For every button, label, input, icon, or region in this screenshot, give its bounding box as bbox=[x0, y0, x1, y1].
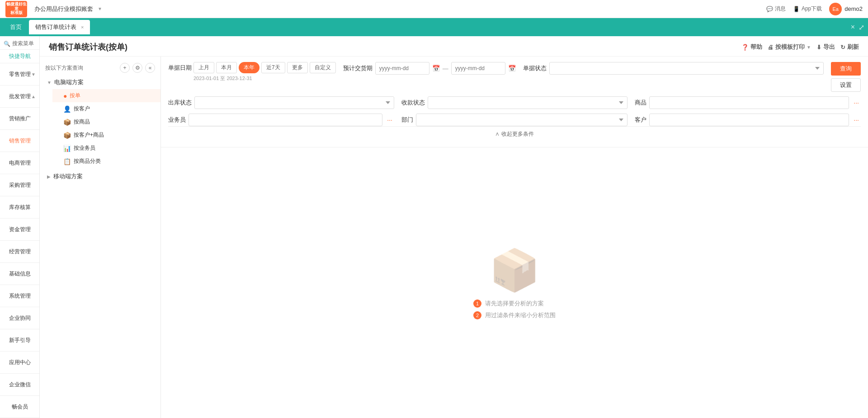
template-print-action[interactable]: 🖨 按模板打印 ▼ bbox=[768, 43, 811, 51]
expected-date-group: 预计交货期 📅 — 📅 bbox=[343, 62, 516, 75]
tab-sales-order-label: 销售订单统计表 bbox=[35, 23, 76, 31]
expected-date-start-input[interactable] bbox=[375, 62, 429, 75]
sidebar-group-retail: 零售管理 ▼ bbox=[0, 63, 39, 86]
sidebar-item-appcenter[interactable]: 应用中心 bbox=[0, 353, 39, 371]
sidebar-item-inventory[interactable]: 库存核算 bbox=[0, 198, 39, 216]
left-panel-title: 按以下方案查询 bbox=[45, 64, 117, 72]
delivery-status-select[interactable] bbox=[194, 96, 394, 109]
hint-1-num: 1 bbox=[473, 299, 481, 308]
sidebar-quick-nav[interactable]: 快捷导航 bbox=[0, 50, 39, 63]
by-customer-icon: 👤 bbox=[63, 105, 71, 113]
sidebar-group-inventory: 库存核算 bbox=[0, 196, 39, 218]
product-input[interactable] bbox=[649, 96, 849, 109]
export-action[interactable]: ⬇ 导出 bbox=[816, 43, 835, 51]
refresh-action[interactable]: ↻ 刷新 bbox=[840, 43, 859, 51]
pc-section-arrow: ▼ bbox=[47, 80, 52, 85]
payment-status-group: 收款状态 bbox=[401, 96, 627, 109]
tree-section-mobile[interactable]: ▶ 移动端方案 bbox=[40, 170, 160, 183]
sidebar-item-ecommerce[interactable]: 电商管理 bbox=[0, 154, 39, 172]
order-status-group: 单据状态 bbox=[523, 62, 824, 75]
sidebar-item-sales[interactable]: 销售管理 bbox=[0, 132, 39, 150]
settings-button[interactable]: 设置 bbox=[831, 78, 861, 92]
product-group: 商品 ··· bbox=[635, 96, 861, 109]
tree-item-by-customer[interactable]: 👤 按客户 bbox=[52, 102, 160, 115]
product-more-icon[interactable]: ··· bbox=[852, 99, 861, 106]
date-btn-this-month[interactable]: 本月 bbox=[216, 62, 237, 73]
mobile-section-label: 移动端方案 bbox=[53, 172, 83, 180]
sidebar-item-purchase[interactable]: 采购管理 bbox=[0, 176, 39, 194]
tree-item-by-goods[interactable]: 📦 按商品 bbox=[52, 115, 160, 128]
delivery-status-group: 出库状态 bbox=[168, 96, 394, 109]
hint-1-text: 请先选择要分析的方案 bbox=[485, 299, 544, 308]
tab-home[interactable]: 首页 bbox=[4, 20, 28, 34]
window-expand-icon[interactable]: ⤢ bbox=[859, 23, 864, 32]
customer-input[interactable] bbox=[649, 114, 849, 126]
tab-bar-actions: × ⤢ bbox=[851, 23, 864, 32]
by-customer-label: 按客户 bbox=[74, 105, 90, 113]
sidebar-group-newbie: 新手引导 bbox=[0, 329, 39, 352]
filter-row-2: 出库状态 收款状态 商品 bbox=[168, 96, 861, 109]
message-action[interactable]: 💬 消息 bbox=[766, 5, 786, 13]
expected-date-end-input[interactable] bbox=[451, 62, 505, 75]
sidebar-item-operations[interactable]: 经营管理 bbox=[0, 242, 39, 261]
search-menu-item[interactable]: 🔍 搜索菜单 bbox=[0, 36, 39, 50]
sidebar-item-finance[interactable]: 资金管理 bbox=[0, 220, 39, 238]
sidebar-item-member[interactable]: 畅会员 bbox=[0, 398, 39, 416]
department-select[interactable] bbox=[416, 114, 627, 126]
sidebar-item-newbie[interactable]: 新手引导 bbox=[0, 331, 39, 349]
date-btn-custom[interactable]: 自定义 bbox=[310, 62, 336, 73]
tree-sub-pc: ● 按单 👤 按客户 📦 按商品 📦 按客户+商品 bbox=[40, 89, 160, 168]
hint-2-num: 2 bbox=[473, 311, 481, 319]
payment-status-select[interactable] bbox=[428, 96, 627, 109]
sidebar-item-appcenter-label: 应用中心 bbox=[9, 359, 31, 366]
date-btn-last-month[interactable]: 上月 bbox=[193, 62, 214, 73]
window-close-icon[interactable]: × bbox=[851, 23, 855, 31]
tree-section-pc[interactable]: ▼ 电脑端方案 bbox=[40, 76, 160, 89]
sidebar-item-wechat[interactable]: 企业微信 bbox=[0, 375, 39, 394]
tree-item-by-customer-goods[interactable]: 📦 按客户+商品 bbox=[52, 128, 160, 142]
query-button[interactable]: 查询 bbox=[831, 62, 861, 76]
date-btn-more[interactable]: 更多 bbox=[287, 62, 308, 73]
sidebar-item-system-label: 系统管理 bbox=[9, 292, 31, 300]
download-label: App下载 bbox=[802, 5, 822, 13]
sidebar-item-system[interactable]: 系统管理 bbox=[0, 287, 39, 305]
sidebar-item-retail[interactable]: 零售管理 ▼ bbox=[0, 65, 39, 83]
help-icon: ❓ bbox=[741, 44, 749, 51]
app-dropdown-arrow[interactable]: ▼ bbox=[98, 6, 102, 11]
calendar-end-icon: 📅 bbox=[508, 65, 516, 72]
tab-sales-order[interactable]: 销售订单统计表 × bbox=[29, 20, 90, 34]
tab-close-icon[interactable]: × bbox=[81, 24, 84, 30]
date-separator: — bbox=[443, 65, 448, 72]
date-btn-last-7-days[interactable]: 近7天 bbox=[261, 62, 285, 73]
sidebar-group-sales: 销售管理 bbox=[0, 130, 39, 152]
template-print-label: 按模板打印 bbox=[775, 43, 805, 51]
filter-row-3: 业务员 ··· 部门 客户 · bbox=[168, 114, 861, 126]
download-action[interactable]: 📱 App下载 bbox=[793, 5, 822, 13]
tree-item-by-order[interactable]: ● 按单 bbox=[52, 89, 160, 102]
salesperson-label: 业务员 bbox=[168, 116, 186, 124]
sidebar-item-enterprise[interactable]: 企业协同 bbox=[0, 309, 39, 327]
date-btn-this-year[interactable]: 本年 bbox=[239, 62, 259, 73]
salesperson-more-icon[interactable]: ··· bbox=[385, 116, 394, 124]
sidebar-item-purchase-label: 采购管理 bbox=[9, 181, 31, 189]
tree-item-by-goods-category[interactable]: 📋 按商品分类 bbox=[52, 155, 160, 168]
top-bar-left: 畅捷通好生意 标准版 办公用品行业模拟账套 ▼ bbox=[5, 1, 102, 17]
customer-more-icon[interactable]: ··· bbox=[852, 116, 861, 124]
user-area[interactable]: Ea demo2 bbox=[829, 3, 863, 15]
sidebar-item-basics[interactable]: 基础信息 bbox=[0, 265, 39, 283]
wholesale-arrow-icon: ▲ bbox=[31, 94, 36, 99]
tree-item-by-salesperson[interactable]: 📊 按业务员 bbox=[52, 142, 160, 155]
order-status-select[interactable] bbox=[549, 62, 824, 75]
salesperson-input[interactable] bbox=[189, 114, 382, 126]
help-label: 帮助 bbox=[750, 43, 762, 51]
add-scheme-btn[interactable]: + bbox=[120, 63, 130, 73]
collapse-panel-btn[interactable]: « bbox=[145, 63, 155, 73]
sidebar-item-wholesale[interactable]: 批发管理 ▲ bbox=[0, 87, 39, 105]
sidebar-item-marketing[interactable]: 营销推广 bbox=[0, 109, 39, 128]
sidebar-group-marketing: 营销推广 bbox=[0, 108, 39, 130]
edit-scheme-btn[interactable]: ⚙ bbox=[132, 63, 142, 73]
help-action[interactable]: ❓ 帮助 bbox=[741, 43, 762, 51]
page-title-actions: ❓ 帮助 🖨 按模板打印 ▼ ⬇ 导出 ↻ 刷新 bbox=[741, 43, 859, 51]
collapse-bar[interactable]: ∧ 收起更多条件 bbox=[168, 126, 861, 142]
sidebar-group-member: 畅会员 bbox=[0, 396, 39, 418]
